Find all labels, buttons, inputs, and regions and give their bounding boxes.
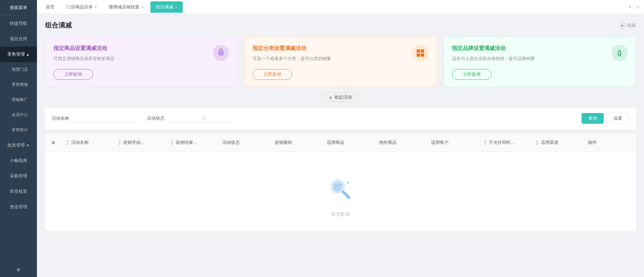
- sidebar-item-label: 零售管理: [7, 51, 25, 57]
- table-col-customer: 适用客户: [427, 137, 479, 148]
- col-customer-label: 适用客户: [431, 140, 449, 146]
- video-label: 视频: [627, 22, 636, 29]
- chevron-up-icon: ▲: [26, 53, 30, 56]
- sidebar-item-label: 营销推广: [12, 97, 28, 103]
- sidebar-search[interactable]: 搜索菜单: [0, 0, 37, 16]
- sidebar-item-label: 零售统计: [12, 127, 28, 133]
- window-controls: × ⤢: [627, 4, 641, 10]
- tab-combo-discount[interactable]: 组合满减 ×: [150, 1, 183, 13]
- svg-rect-10: [334, 189, 340, 190]
- sort-icon: ▲▼: [118, 139, 121, 146]
- page-title: 组合满减: [45, 21, 72, 30]
- content-area: 组合满减 ▶ 视频 指定商品设置满减活动 可指定滞销商品或库存较多商品: [37, 14, 644, 277]
- sidebar-item-quick-nav[interactable]: 快捷导航: [0, 16, 37, 31]
- sidebar-item-marketing[interactable]: 营销推广: [0, 92, 37, 107]
- sidebar-settings-button[interactable]: ⚙: [0, 263, 37, 277]
- filter-status-select[interactable]: ∨: [167, 114, 234, 122]
- table-col-start: ▲▼ 促销开始...: [114, 136, 166, 149]
- svg-rect-8: [334, 184, 342, 185]
- sidebar-item-project-contract[interactable]: 项目合同: [0, 31, 37, 47]
- table-container: ⚙ ▲▼ 活动名称 ▲▼ 促销开始... ▲▼ 促销结束... 活动状态: [45, 133, 636, 231]
- play-icon: ▶: [620, 22, 626, 29]
- category-activity-card: 指定分类设置满减活动 可选一个或者多个分类，提升分类的销量 立即新增: [244, 37, 436, 87]
- svg-rect-4: [421, 53, 424, 57]
- sidebar-item-label: 资金管理: [10, 204, 27, 210]
- filter-name-input[interactable]: [72, 114, 139, 122]
- col-end-label: 促销结束...: [176, 140, 197, 146]
- sidebar-item-xiaochangec[interactable]: 小畅电商: [0, 153, 37, 168]
- col-channel-label: 适用渠道: [541, 140, 558, 146]
- sidebar-item-label: 库存核算: [10, 188, 27, 195]
- empty-illustration: [324, 172, 357, 206]
- category-card-desc: 可选一个或者多个分类，提升分类的销量: [252, 55, 428, 64]
- table-col-gear[interactable]: ⚙: [45, 137, 62, 148]
- sidebar-item-label: 采购管理: [10, 173, 27, 179]
- tab-home-label: 首页: [46, 4, 54, 10]
- activity-cards: 指定商品设置满减活动 可指定滞销商品或库存较多商品 立即新增 指定分类设置满减活…: [45, 37, 636, 87]
- product-card-title: 指定商品设置满减活动: [53, 45, 229, 52]
- svg-line-7: [343, 192, 349, 198]
- table-col-exception: 例外商品: [375, 137, 427, 148]
- filter-actions: 查询 设置: [582, 113, 629, 124]
- gear-icon: ⚙: [16, 267, 20, 272]
- main-area: 首页 门店商品目录 × 微商城店铺设置 × 组合满减 × × ⤢ 组合满减 ▶ …: [37, 0, 644, 277]
- window-close-button[interactable]: ×: [627, 4, 633, 10]
- empty-text: 暂无数据: [331, 211, 350, 217]
- sidebar-item-retail-mall[interactable]: 零售商城: [0, 77, 37, 92]
- gear-icon: ⚙: [51, 140, 55, 145]
- table-col-status: 活动状态: [218, 137, 270, 148]
- brand-card-add-button[interactable]: 立即新增: [452, 69, 492, 80]
- settings-button[interactable]: 设置: [606, 113, 629, 124]
- table-col-name: ▲▼ 活动名称: [62, 136, 114, 149]
- category-card-title: 指定分类设置满减活动: [252, 45, 428, 52]
- sidebar-item-smart-store[interactable]: 智慧门店: [0, 62, 37, 77]
- brand-card-title: 指定品牌设置满减活动: [452, 45, 628, 52]
- table-col-end: ▲▼ 促销结束...: [166, 136, 218, 149]
- product-card-desc: 可指定滞销商品或库存较多商品: [53, 55, 229, 64]
- col-exception-label: 例外商品: [379, 140, 397, 146]
- tab-store-catalog[interactable]: 门店商品目录 ×: [61, 1, 102, 13]
- tab-wechat-shop-label: 微商城店铺设置: [109, 4, 139, 10]
- sidebar-item-member-center[interactable]: 会员中心: [0, 107, 37, 122]
- sidebar-item-purchase-manage[interactable]: 采购管理: [0, 168, 37, 184]
- close-tab-combo-discount[interactable]: ×: [175, 5, 177, 9]
- collapse-label: 收起活动: [334, 94, 352, 100]
- sidebar-item-label: 小畅电商: [10, 158, 27, 164]
- sidebar-item-label: 会员中心: [12, 112, 28, 118]
- col-start-label: 促销开始...: [123, 140, 144, 146]
- sort-icon: ▲▼: [484, 139, 487, 146]
- category-card-add-button[interactable]: 立即新增: [252, 69, 292, 80]
- sidebar-item-wholesale-manage[interactable]: 批发管理 ▼: [0, 137, 37, 153]
- col-product-label: 适用商品: [327, 140, 344, 146]
- collapse-bar: ∧ 收起活动: [45, 92, 636, 102]
- svg-rect-2: [421, 49, 424, 53]
- tab-wechat-shop[interactable]: 微商城店铺设置 ×: [103, 1, 149, 13]
- filter-status-label: 活动状态: [147, 115, 165, 121]
- table-header: ⚙ ▲▼ 活动名称 ▲▼ 促销开始... ▲▼ 促销结束... 活动状态: [45, 133, 636, 152]
- sidebar-item-label: 智慧门店: [12, 67, 28, 72]
- query-button[interactable]: 查询: [582, 113, 604, 124]
- sidebar-item-retail-stats[interactable]: 零售统计: [0, 122, 37, 137]
- empty-state: 暂无数据: [45, 152, 636, 231]
- video-link[interactable]: ▶ 视频: [620, 22, 636, 29]
- sidebar-item-inventory-reconcile[interactable]: 库存核算: [0, 184, 37, 199]
- filter-name-item: 活动名称: [52, 114, 139, 122]
- sidebar-item-label: 批发管理: [7, 142, 25, 148]
- window-maximize-button[interactable]: ⤢: [635, 4, 641, 10]
- brand-card-desc: 适合与上游企业联合做营销，提升品牌销量: [452, 55, 628, 64]
- svg-point-6: [332, 181, 343, 192]
- col-rule-label: 促销规则: [275, 140, 292, 146]
- sidebar: 搜索菜单 快捷导航 项目合同 零售管理 ▲ 智慧门店 零售商城 营销推广 会员中…: [0, 0, 37, 277]
- brand-activity-card: 指定品牌设置满减活动 适合与上游企业联合做营销，提升品牌销量 立即新增: [444, 37, 636, 87]
- collapse-activities-button[interactable]: ∧ 收起活动: [322, 92, 359, 102]
- sidebar-item-fund-manage[interactable]: 资金管理: [0, 199, 37, 215]
- tabs-bar: 首页 门店商品目录 × 微商城店铺设置 × 组合满减 × × ⤢: [37, 0, 644, 14]
- chevron-up-icon: ∧: [329, 95, 332, 100]
- close-tab-store-catalog[interactable]: ×: [95, 5, 97, 9]
- svg-rect-9: [334, 187, 340, 188]
- product-card-add-button[interactable]: 立即新增: [53, 69, 93, 80]
- tab-home[interactable]: 首页: [40, 1, 60, 13]
- sidebar-item-retail-manage[interactable]: 零售管理 ▲: [0, 47, 37, 62]
- close-tab-wechat-shop[interactable]: ×: [141, 5, 143, 9]
- table-col-product: 适用商品: [323, 137, 375, 148]
